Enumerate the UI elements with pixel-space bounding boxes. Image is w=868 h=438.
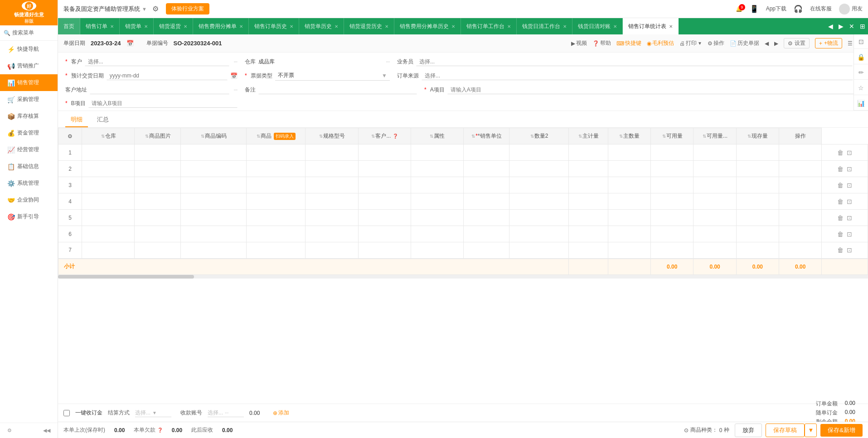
history-btn[interactable]: 📄 历史单据	[730, 39, 759, 47]
tab-close-icon[interactable]: ✕	[184, 24, 187, 29]
scrollbar-thumb[interactable]	[58, 275, 194, 279]
delete-row-icon[interactable]: 🗑	[837, 198, 844, 205]
delivery-date-input[interactable]	[107, 71, 228, 80]
delete-row-icon[interactable]: 🗑	[837, 246, 844, 254]
delete-row-icon[interactable]: 🗑	[837, 214, 844, 221]
right-panel-icon-2[interactable]: 🔒	[854, 50, 868, 64]
calendar-icon[interactable]: 📅	[126, 40, 134, 47]
right-panel-icon-1[interactable]: ⊡	[854, 34, 868, 49]
horizontal-scrollbar[interactable]	[58, 275, 868, 279]
col-code-header[interactable]: ⇅商品编码	[180, 128, 246, 144]
tab-order-workbench[interactable]: 销售订单工作台 ✕	[461, 18, 517, 34]
tab-order-stats[interactable]: 销售订单统计表 ✕	[623, 18, 679, 34]
tab-order-history[interactable]: 销售订单历史 ✕	[249, 18, 299, 34]
settings-icon[interactable]: ⚙	[152, 5, 159, 13]
sidebar-item-operations[interactable]: 📈 经营管理	[0, 141, 58, 158]
a-project-input[interactable]	[447, 85, 861, 94]
tab-close-icon[interactable]: ✕	[451, 24, 455, 29]
sidebar-item-basic-info[interactable]: 📋 基础信息	[0, 158, 58, 175]
solution-button[interactable]: 体验行业方案	[166, 3, 209, 14]
tab-daily-workbench[interactable]: 钱货日清工作台 ✕	[517, 18, 572, 34]
tab-close-icon[interactable]: ✕	[144, 24, 148, 29]
order-source-input[interactable]	[422, 71, 853, 80]
tab-fee-split[interactable]: 销售费用分摊单 ✕	[193, 18, 249, 34]
col-main-unit-header[interactable]: ⇅主计量	[568, 128, 608, 144]
invoice-type-select[interactable]: 不开票 ▼	[275, 71, 390, 81]
address-more-icon[interactable]: ···	[234, 87, 238, 92]
tab-close-icon[interactable]: ✕	[613, 24, 617, 29]
save-draft-dropdown-button[interactable]: ▼	[805, 424, 817, 437]
copy-row-icon[interactable]: ⊡	[847, 214, 852, 221]
tab-close-all-btn[interactable]: ✕	[846, 23, 857, 30]
save-new-button[interactable]: 保存&新增	[820, 424, 863, 437]
copy-row-icon[interactable]: ⊡	[847, 165, 852, 173]
b-project-input[interactable]	[88, 99, 238, 108]
sidebar-item-guide[interactable]: 🎯 新手引导	[0, 208, 58, 225]
sidebar-item-inventory[interactable]: 📦 库存核算	[0, 108, 58, 125]
customer-input[interactable]	[85, 57, 229, 66]
settings-button[interactable]: ⚙ 设置	[784, 38, 810, 48]
col-main-qty-header[interactable]: ⇅主数量	[608, 128, 650, 144]
scan-button[interactable]: 扫码录入	[274, 133, 296, 140]
app-download-label[interactable]: App下载	[766, 5, 786, 13]
discard-button[interactable]: 放弃	[735, 424, 762, 437]
tab-close-icon[interactable]: ✕	[335, 24, 338, 29]
account-placeholder[interactable]: 选择...	[208, 409, 223, 417]
tab-expand-btn[interactable]: ⊞	[857, 23, 868, 30]
tab-close-icon[interactable]: ✕	[385, 24, 388, 29]
delivery-date-calendar-icon[interactable]: 📅	[230, 72, 238, 79]
one-click-checkbox[interactable]	[63, 410, 70, 416]
online-service-label[interactable]: 在线客服	[810, 5, 832, 13]
nav-prev-icon[interactable]: ◀	[765, 40, 769, 47]
staff-input[interactable]	[416, 57, 853, 66]
add-goods-button[interactable]: + +物流	[815, 38, 842, 48]
help-btn[interactable]: ❓ 帮助	[592, 39, 611, 47]
save-draft-button[interactable]: 保存草稿	[766, 424, 805, 437]
tab-sales-order[interactable]: 销售订单 ✕	[80, 18, 120, 34]
operate-btn[interactable]: ⚙ 操作	[708, 39, 724, 47]
delete-row-icon[interactable]: 🗑	[837, 165, 844, 173]
tab-close-icon[interactable]: ✕	[507, 24, 511, 29]
col-name-header[interactable]: ⇅商品 扫码录入	[246, 128, 305, 144]
tab-daily-reconcile[interactable]: 钱货日清对账 ✕	[572, 18, 623, 34]
right-panel-icon-4[interactable]: ☆	[854, 81, 868, 95]
sidebar-item-quick-nav[interactable]: ⚡ 快捷导航	[0, 41, 58, 58]
sidebar-item-purchase[interactable]: 🛒 采购管理	[0, 91, 58, 108]
search-menu[interactable]: 🔍 搜索菜单	[0, 25, 58, 41]
nav-next-icon[interactable]: ▶	[774, 40, 778, 47]
copy-row-icon[interactable]: ⊡	[847, 182, 852, 189]
sidebar-item-finance[interactable]: 💰 资金管理	[0, 125, 58, 141]
method-placeholder[interactable]: 选择...	[135, 409, 150, 417]
col-avail2-header[interactable]: ⇅可用量...	[693, 128, 736, 144]
tab-close-icon[interactable]: ✕	[239, 24, 243, 29]
col-unit-header[interactable]: ⇅**销售单位	[463, 128, 509, 144]
sidebar-item-sales[interactable]: 📊 销售管理	[0, 74, 58, 91]
col-avail-header[interactable]: ⇅可用量	[651, 128, 693, 144]
tab-summary[interactable]: 汇总	[92, 114, 114, 127]
tab-prev-btn[interactable]: ◀	[825, 23, 836, 30]
warehouse-more-icon[interactable]: ···	[386, 59, 390, 64]
user-menu[interactable]: 用友	[839, 4, 863, 14]
sidebar-item-cooperation[interactable]: 🤝 企业协同	[0, 192, 58, 208]
settings-bottom-icon[interactable]: ⚙	[7, 428, 12, 433]
right-panel-icon-5[interactable]: 📊	[854, 96, 868, 111]
delete-row-icon[interactable]: 🗑	[837, 182, 844, 189]
print-btn[interactable]: 🖨 打印 ▼	[679, 39, 702, 47]
collapse-sidebar-icon[interactable]: ◀◀	[43, 428, 50, 433]
col-customer-code-header[interactable]: ⇅客户... ❓	[358, 128, 411, 144]
tab-sales-invoice[interactable]: 销货单 ✕	[120, 18, 154, 34]
payment-add-button[interactable]: ⊕ 添加	[273, 409, 289, 417]
tab-close-icon[interactable]: ✕	[110, 24, 114, 29]
customer-more-icon[interactable]: ···	[234, 59, 238, 64]
sidebar-item-marketing[interactable]: 📢 营销推广	[0, 58, 58, 74]
copy-row-icon[interactable]: ⊡	[847, 246, 852, 254]
tab-close-icon[interactable]: ✕	[290, 24, 293, 29]
customer-address-input[interactable]	[90, 85, 229, 94]
tab-invoice-history[interactable]: 销货单历史 ✕	[299, 18, 344, 34]
tab-fee-history[interactable]: 销售费用分摊单历史 ✕	[394, 18, 461, 34]
col-qty2-header[interactable]: ⇅数量2	[509, 128, 569, 144]
copy-row-icon[interactable]: ⊡	[847, 231, 852, 238]
tab-close-icon[interactable]: ✕	[563, 24, 567, 29]
col-attr-header[interactable]: ⇅属性	[411, 128, 463, 144]
sidebar-item-system[interactable]: ⚙️ 系统管理	[0, 175, 58, 192]
